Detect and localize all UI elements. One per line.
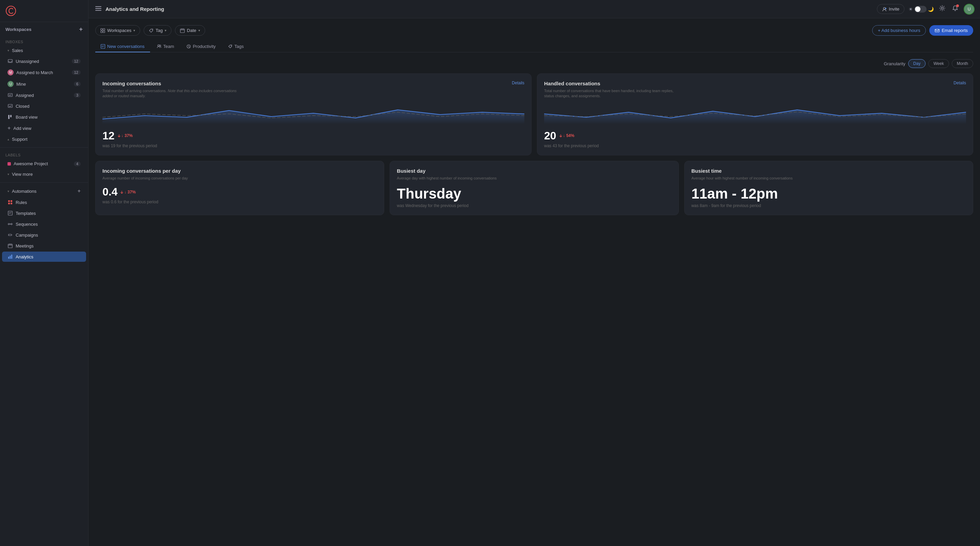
sun-icon: ☀ xyxy=(908,6,913,12)
tab-new-conversations[interactable]: New conversations xyxy=(95,41,150,52)
sidebar-item-board-view[interactable]: Board view xyxy=(2,112,86,122)
inbox-icon xyxy=(8,59,13,64)
meetings-icon xyxy=(8,243,13,249)
sidebar-item-label: Templates xyxy=(16,211,36,216)
details-link[interactable]: Details xyxy=(512,81,524,85)
sidebar-item-awesome-project[interactable]: Awesome Project 4 xyxy=(2,159,86,168)
user-avatar[interactable]: U xyxy=(964,4,975,14)
tab-label: Tags xyxy=(234,44,243,49)
board-icon xyxy=(8,114,13,120)
tab-productivity[interactable]: Productivity xyxy=(181,41,221,52)
tab-label: New conversations xyxy=(107,44,145,49)
card-header: Busiest time xyxy=(692,168,966,174)
sidebar-item-label: Assigned to March xyxy=(16,70,53,75)
sidebar-item-assigned[interactable]: Assigned 3 xyxy=(2,90,86,100)
campaigns-icon xyxy=(8,232,13,238)
card-title: Incoming conversations xyxy=(102,81,161,86)
sidebar-item-label: Add view xyxy=(13,126,31,131)
svg-rect-19 xyxy=(95,10,102,11)
sidebar-item-templates[interactable]: Templates xyxy=(2,208,86,218)
card-incoming-per-day: Incoming conversations per day Average n… xyxy=(95,161,384,215)
granularity-month-button[interactable]: Month xyxy=(952,59,973,68)
svg-rect-28 xyxy=(935,29,939,32)
workspaces-label: Workspaces + xyxy=(5,26,83,32)
page-title: Analytics and Reporting xyxy=(105,6,164,12)
svg-rect-5 xyxy=(10,115,11,117)
rules-icon xyxy=(8,200,13,205)
add-workspace-icon[interactable]: + xyxy=(79,26,83,32)
notifications-button[interactable] xyxy=(951,4,959,14)
granularity-row: Granularity Day Week Month xyxy=(95,59,973,68)
sidebar-item-analytics[interactable]: Analytics xyxy=(2,252,86,262)
sidebar-item-automations[interactable]: ▾ Automations + xyxy=(2,186,86,197)
sidebar-item-unassigned[interactable]: Unassigned 12 xyxy=(2,56,86,66)
svg-rect-25 xyxy=(103,31,105,33)
sidebar-item-label: Closed xyxy=(16,104,29,109)
sidebar-item-label: Automations xyxy=(12,189,37,194)
toggle-sidebar-button[interactable] xyxy=(94,5,103,14)
invite-button[interactable]: Invite xyxy=(877,4,904,14)
add-automation-icon[interactable]: + xyxy=(78,188,81,194)
tab-tags[interactable]: Tags xyxy=(223,41,249,52)
card-description: Total number of arriving conversations. … xyxy=(102,88,239,99)
card-previous-period: was 43 for the previous period xyxy=(544,143,966,148)
card-value: Thursday xyxy=(397,186,671,202)
chevron-down-icon: ▾ xyxy=(134,29,135,32)
workspaces-filter-button[interactable]: Workspaces ▾ xyxy=(95,25,140,36)
svg-rect-27 xyxy=(180,29,185,33)
card-previous-period: was 19 for the previous period xyxy=(102,143,524,148)
settings-button[interactable] xyxy=(938,4,947,14)
tab-team[interactable]: Team xyxy=(151,41,180,52)
tab-label: Productivity xyxy=(193,44,216,49)
card-description: Average day with highest number of incom… xyxy=(397,176,533,181)
filters-row: Workspaces ▾ Tag ▾ Date ▾ + Add business… xyxy=(95,25,973,36)
sidebar-item-assigned-to-march[interactable]: M Assigned to March 12 xyxy=(2,67,86,78)
svg-point-30 xyxy=(158,45,159,46)
card-title: Handled conversations xyxy=(544,81,600,86)
svg-rect-8 xyxy=(8,203,10,204)
tag-filter-button[interactable]: Tag ▾ xyxy=(143,25,172,36)
main-content: Analytics and Reporting Invite ☀ 🌙 U xyxy=(89,0,980,546)
granularity-week-button[interactable]: Week xyxy=(928,59,949,68)
card-title: Busiest day xyxy=(397,168,425,174)
badge: 12 xyxy=(72,70,81,75)
email-reports-button[interactable]: Email reports xyxy=(929,25,973,36)
sidebar-item-add-view[interactable]: + Add view xyxy=(2,123,86,133)
assigned-icon xyxy=(8,92,13,98)
svg-rect-7 xyxy=(11,200,12,202)
theme-toggle[interactable]: ☀ 🌙 xyxy=(908,6,934,13)
sidebar-item-mine[interactable]: U Mine 6 xyxy=(2,79,86,89)
sidebar-item-sales[interactable]: ▾ Sales xyxy=(2,46,86,56)
date-filter-button[interactable]: Date ▾ xyxy=(175,25,205,36)
details-link[interactable]: Details xyxy=(953,81,966,85)
sidebar-item-meetings[interactable]: Meetings xyxy=(2,241,86,251)
logo[interactable] xyxy=(5,5,16,16)
svg-rect-24 xyxy=(101,31,102,33)
sidebar-item-view-more[interactable]: ▾ View more xyxy=(2,169,86,179)
svg-rect-17 xyxy=(95,6,102,7)
granularity-label: Granularity xyxy=(884,61,905,66)
chevron-down-icon: ▾ xyxy=(198,29,200,32)
avatar: M xyxy=(8,69,14,76)
granularity-day-button[interactable]: Day xyxy=(908,59,926,68)
add-business-hours-button[interactable]: + Add business hours xyxy=(872,25,926,36)
tabs-row: New conversations Team Productivity Tags xyxy=(95,41,973,52)
moon-icon: 🌙 xyxy=(928,6,934,12)
card-value: 12 ↓ 37% xyxy=(102,130,524,142)
plus-icon: + xyxy=(8,125,11,131)
handled-chart xyxy=(544,104,966,124)
card-value: 0.4 ↓ 37% xyxy=(102,186,377,198)
sidebar-item-campaigns[interactable]: Campaigns xyxy=(2,230,86,240)
sidebar-item-closed[interactable]: Closed xyxy=(2,101,86,111)
svg-marker-35 xyxy=(544,110,966,124)
card-description: Total number of conversations that have … xyxy=(544,88,680,99)
card-previous-period: was 8am - 9am for the previous period xyxy=(692,203,966,208)
sidebar-item-sequences[interactable]: Sequences xyxy=(2,219,86,229)
toggle-thumb xyxy=(915,6,920,12)
sidebar-item-support[interactable]: ▴ Support xyxy=(2,134,86,144)
svg-rect-16 xyxy=(11,255,12,259)
toggle-track[interactable] xyxy=(914,6,927,13)
card-header: Incoming conversations Details xyxy=(102,81,524,86)
sidebar-item-rules[interactable]: Rules xyxy=(2,197,86,207)
change-badge: ↓ 37% xyxy=(118,133,133,138)
